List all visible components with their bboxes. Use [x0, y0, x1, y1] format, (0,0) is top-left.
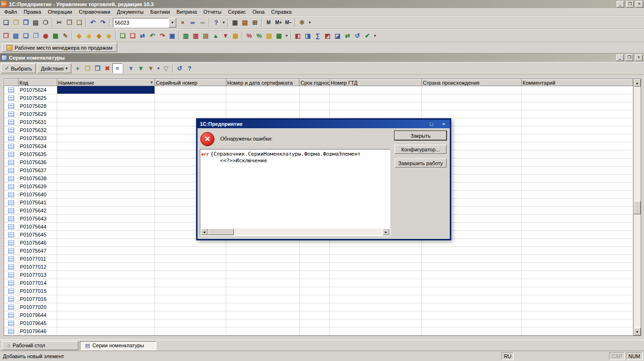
report-settings-icon[interactable]: ◪: [333, 31, 343, 41]
find-next-icon[interactable]: ∞: [197, 18, 207, 27]
comment-cell[interactable]: [522, 287, 633, 295]
name-cell[interactable]: [57, 167, 155, 175]
name-cell[interactable]: [57, 263, 155, 271]
code-cell[interactable]: P01075646: [18, 239, 57, 247]
dropdown-arrow-icon[interactable]: ▾: [156, 63, 161, 73]
shutdown-button[interactable]: Завершить работу: [395, 158, 447, 167]
gtd-cell[interactable]: [330, 279, 422, 287]
gtd-cell[interactable]: [330, 295, 422, 303]
code-cell[interactable]: P01075645: [18, 231, 57, 239]
dropdown-arrow-icon[interactable]: ▾: [221, 18, 226, 27]
code-cell[interactable]: P01075625: [18, 94, 57, 102]
name-cell[interactable]: [57, 207, 155, 215]
country-cell[interactable]: [422, 94, 522, 102]
table-row[interactable]: P01077020: [4, 303, 633, 311]
country-cell[interactable]: [422, 86, 522, 94]
certificate-cell[interactable]: [226, 303, 300, 311]
money-out-icon[interactable]: ◆: [94, 31, 104, 41]
header-icon-column[interactable]: [4, 79, 18, 86]
toolbar-separator[interactable]: [172, 64, 173, 73]
gtd-cell[interactable]: [330, 86, 422, 94]
header-serial[interactable]: Серийный номер: [155, 79, 226, 86]
toolbar-separator[interactable]: [295, 18, 296, 27]
table-row[interactable]: P01077012: [4, 263, 633, 271]
menu-item[interactable]: Документы: [113, 9, 147, 15]
serial-cell[interactable]: [155, 319, 226, 327]
name-cell[interactable]: [57, 175, 155, 183]
toolbar-separator[interactable]: [242, 31, 243, 40]
name-cell[interactable]: [57, 247, 155, 255]
code-cell[interactable]: P01075638: [18, 175, 57, 183]
comment-cell[interactable]: [522, 102, 633, 110]
money-in-icon[interactable]: ◆: [84, 31, 94, 41]
list-close-button[interactable]: ×: [635, 54, 643, 61]
filter-sort-icon[interactable]: ▼: [126, 63, 136, 73]
table-row[interactable]: P01075629: [4, 110, 633, 118]
certificate-cell[interactable]: [226, 279, 300, 287]
name-cell[interactable]: [57, 86, 155, 94]
return-out-doc-icon[interactable]: ↷: [157, 31, 167, 41]
copy-icon[interactable]: ❐: [64, 18, 74, 27]
toolbar-separator[interactable]: [209, 18, 210, 27]
code-cell[interactable]: P01077011: [18, 255, 57, 263]
memory-plus-icon[interactable]: M+: [274, 18, 283, 27]
gtd-cell[interactable]: [330, 327, 422, 335]
clear-filter-icon[interactable]: ▽: [161, 63, 171, 73]
expiry-cell[interactable]: [300, 263, 330, 271]
comment-cell[interactable]: [522, 158, 633, 167]
check-icon[interactable]: ✔: [362, 31, 372, 41]
comment-cell[interactable]: [522, 110, 633, 118]
sort-down-icon[interactable]: ▼: [150, 80, 154, 85]
save-icon[interactable]: ❐: [21, 18, 31, 27]
gtd-cell[interactable]: [330, 102, 422, 110]
close-button[interactable]: ×: [635, 1, 643, 8]
minimize-button[interactable]: _: [617, 1, 624, 8]
expiry-cell[interactable]: [300, 295, 330, 303]
code-cell[interactable]: P01077016: [18, 295, 57, 303]
copy-item-icon[interactable]: ❐: [93, 63, 103, 73]
comment-cell[interactable]: [522, 118, 633, 126]
stock-up-icon[interactable]: ▲: [211, 31, 221, 41]
combo-dropdown-icon[interactable]: ▾: [169, 18, 176, 27]
memory-recall-icon[interactable]: M: [264, 18, 274, 27]
toolbar-separator[interactable]: [228, 18, 229, 27]
table-row[interactable]: P01077013: [4, 271, 633, 279]
tab-series[interactable]: ▤ Серии номенклатуры: [80, 341, 156, 350]
menu-item[interactable]: Правка: [20, 9, 44, 15]
filter-history-icon[interactable]: ▼: [146, 63, 156, 73]
serial-cell[interactable]: [155, 311, 226, 319]
code-cell[interactable]: P01075635: [18, 150, 57, 158]
report-table-icon[interactable]: ▦: [274, 31, 284, 41]
serial-cell[interactable]: [155, 102, 226, 110]
country-cell[interactable]: [422, 255, 522, 263]
expiry-cell[interactable]: [300, 303, 330, 311]
exchange-icon[interactable]: ⇄: [343, 31, 352, 41]
header-certificate[interactable]: Номер и дата сертификата: [226, 79, 300, 86]
table-row[interactable]: P01075628: [4, 102, 633, 110]
stock-down-icon[interactable]: ▼: [221, 31, 231, 41]
calculator-icon[interactable]: ⊞: [250, 18, 260, 27]
name-cell[interactable]: [57, 223, 155, 231]
gtd-cell[interactable]: [330, 247, 422, 255]
comment-cell[interactable]: [522, 207, 633, 215]
certificate-cell[interactable]: [226, 102, 300, 110]
code-cell[interactable]: P01077013: [18, 271, 57, 279]
header-expiry[interactable]: Срок годнос...: [300, 79, 330, 86]
find-icon[interactable]: ∞: [188, 18, 197, 27]
certificate-cell[interactable]: [226, 86, 300, 94]
certificate-cell[interactable]: [226, 319, 300, 327]
comment-cell[interactable]: [522, 134, 633, 142]
name-cell[interactable]: [57, 110, 155, 118]
serial-cell[interactable]: [155, 295, 226, 303]
comment-cell[interactable]: [522, 167, 633, 175]
name-cell[interactable]: [57, 158, 155, 167]
name-cell[interactable]: [57, 271, 155, 279]
cart-icon[interactable]: ▣: [167, 31, 177, 41]
memory-minus-icon[interactable]: M−: [283, 18, 293, 27]
code-cell[interactable]: P01075624: [18, 86, 57, 94]
name-cell[interactable]: [57, 126, 155, 134]
dialog-close-icon[interactable]: ×: [440, 121, 447, 127]
code-cell[interactable]: P01079645: [18, 319, 57, 327]
name-cell[interactable]: [57, 311, 155, 319]
add-group-icon[interactable]: ❒: [83, 63, 93, 73]
